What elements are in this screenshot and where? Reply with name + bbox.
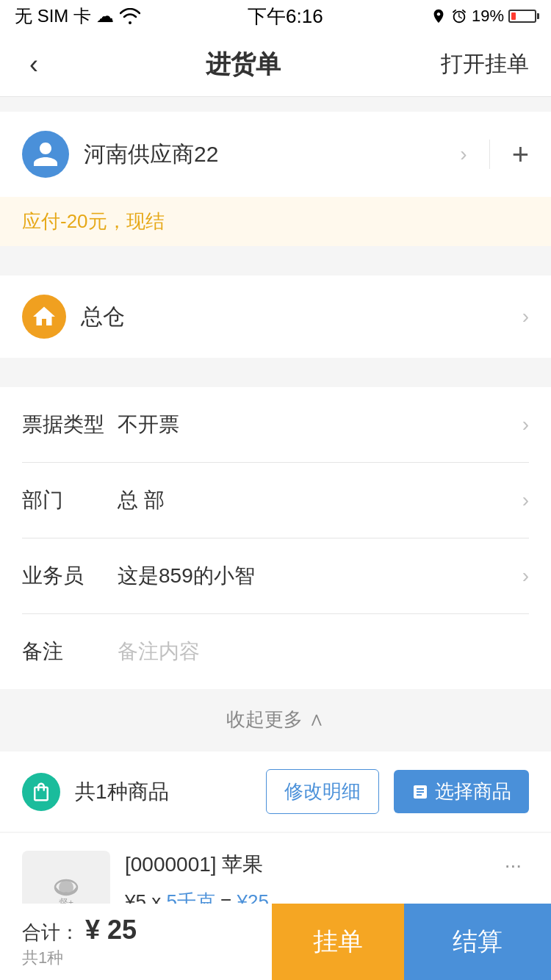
- status-bar: 无 SIM 卡 ☁ 下午6:16 19%: [0, 0, 551, 32]
- department-value: 总 部: [110, 486, 522, 514]
- status-left: 无 SIM 卡 ☁: [15, 4, 140, 28]
- product-count-icon: [22, 773, 60, 811]
- action-total-amount: ¥ 25: [85, 915, 137, 945]
- department-row[interactable]: 部门 总 部 ›: [0, 463, 551, 538]
- section-divider-3: [0, 358, 551, 372]
- product-more-button[interactable]: ···: [497, 851, 529, 880]
- checkout-button[interactable]: 结算: [404, 904, 551, 980]
- open-pending-button[interactable]: 打开挂单: [441, 49, 529, 79]
- invoice-type-chevron-icon: ›: [522, 413, 529, 436]
- supplier-actions: › +: [460, 140, 529, 169]
- supplier-avatar: [22, 131, 69, 178]
- supplier-row[interactable]: 河南供应商22 › +: [0, 112, 551, 197]
- salesperson-label: 业务员: [22, 562, 110, 590]
- form-section: 票据类型 不开票 › 部门 总 部 › 业务员 这是859的小智 › 备注 备注…: [0, 387, 551, 689]
- page-header: ‹ 进货单 打开挂单: [0, 32, 551, 97]
- remark-input[interactable]: 备注内容: [110, 638, 529, 666]
- salesperson-row[interactable]: 业务员 这是859的小智 ›: [0, 538, 551, 613]
- invoice-type-row[interactable]: 票据类型 不开票 ›: [0, 387, 551, 462]
- action-summary: 合计： ¥ 25 共1种: [0, 904, 272, 980]
- section-divider-1: [0, 97, 551, 112]
- pending-button[interactable]: 挂单: [272, 904, 404, 980]
- alarm-icon: [451, 8, 467, 24]
- invoice-type-value: 不开票: [110, 411, 522, 439]
- products-header: 共1种商品 修改明细 选择商品: [0, 752, 551, 832]
- action-total-row: 合计： ¥ 25: [22, 915, 250, 945]
- supplier-section: 河南供应商22 › + 应付-20元，现结: [0, 112, 551, 246]
- person-icon: [31, 140, 60, 169]
- warehouse-row[interactable]: 总仓 ›: [0, 275, 551, 358]
- supplier-divider: [489, 140, 490, 169]
- department-chevron-icon: ›: [522, 489, 529, 512]
- select-product-label: 选择商品: [435, 779, 511, 804]
- supplier-chevron-icon: ›: [460, 143, 467, 166]
- warehouse-section: 总仓 ›: [0, 275, 551, 358]
- status-right: 19%: [431, 7, 536, 26]
- supplier-name: 河南供应商22: [84, 140, 460, 170]
- warehouse-chevron-icon: ›: [522, 305, 529, 328]
- action-bar: 合计： ¥ 25 共1种 挂单 结算: [0, 904, 551, 980]
- edit-detail-button[interactable]: 修改明细: [266, 769, 379, 814]
- remark-row[interactable]: 备注 备注内容: [0, 614, 551, 689]
- collapse-text: 收起更多 ∧: [226, 707, 324, 732]
- action-total-label: 合计：: [22, 920, 79, 945]
- supplier-notice: 应付-20元，现结: [0, 197, 551, 246]
- add-product-icon: [411, 783, 429, 801]
- page-title: 进货单: [206, 48, 281, 82]
- warehouse-name: 总仓: [81, 302, 522, 332]
- remark-label: 备注: [22, 638, 110, 666]
- salesperson-chevron-icon: ›: [522, 564, 529, 588]
- wifi-icon: [120, 8, 140, 24]
- salesperson-value: 这是859的小智: [110, 562, 522, 590]
- department-label: 部门: [22, 486, 110, 514]
- section-divider-2: [0, 246, 551, 261]
- action-sub-label: 共1种: [22, 947, 250, 969]
- battery-icon: [508, 10, 536, 23]
- back-button[interactable]: ‹: [22, 42, 46, 87]
- sim-status: 无 SIM 卡 ☁: [15, 4, 114, 28]
- battery-pct: 19%: [472, 7, 504, 26]
- shopping-bag-icon: [30, 781, 52, 803]
- invoice-type-label: 票据类型: [22, 411, 110, 439]
- add-supplier-button[interactable]: +: [512, 140, 529, 169]
- status-time: 下午6:16: [248, 4, 323, 29]
- product-count: 共1种商品: [75, 778, 251, 806]
- warehouse-icon: [22, 295, 66, 339]
- location-icon: [431, 8, 447, 24]
- select-product-button[interactable]: 选择商品: [394, 770, 529, 813]
- home-icon: [31, 303, 57, 330]
- product-name: [0000001] 苹果: [125, 851, 483, 879]
- collapse-bar[interactable]: 收起更多 ∧: [0, 689, 551, 750]
